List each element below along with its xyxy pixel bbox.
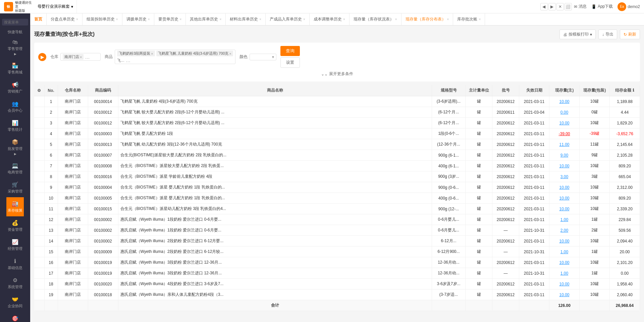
- tab-close-xianzai1[interactable]: ×: [395, 17, 397, 21]
- cell-stock-main[interactable]: 10.00: [549, 279, 580, 289]
- cell-balance: 2,060.40: [610, 289, 640, 300]
- goods-tag-1-label: 飞鹤奶粉3段两提装: [119, 51, 150, 56]
- query-button[interactable]: 查询: [280, 46, 300, 56]
- sidebar-item-marketing[interactable]: 📢 营销推广: [6, 78, 24, 97]
- tab-close-xianzai2[interactable]: ×: [447, 17, 449, 21]
- settings-button[interactable]: 设置: [280, 57, 300, 68]
- goods-ellipsis[interactable]: …: [126, 58, 130, 63]
- cell-stock-main[interactable]: -39.00: [549, 128, 580, 139]
- cell-stock-main[interactable]: 0.00: [549, 107, 580, 118]
- cell-name: 合生元（BIOSTIME）派星 婴儿配方奶粉 1段 乳铁蛋白的...: [118, 193, 432, 204]
- tab-close-cailiao[interactable]: ×: [259, 17, 261, 21]
- tab-close-yaohuo[interactable]: ×: [180, 17, 182, 21]
- tab-qitachu[interactable]: 其他出库单历史×: [186, 13, 226, 25]
- cell-stock-pack: 11罐: [580, 139, 610, 150]
- cell-stock-main[interactable]: 10.00: [549, 289, 580, 300]
- refresh-button[interactable]: ↻ 刷新: [620, 30, 640, 39]
- warehouse-tag-input[interactable]: 南岸门店 × …: [60, 53, 101, 61]
- tab-next-button[interactable]: ▶: [548, 3, 556, 10]
- goods-tag-2-remove[interactable]: ×: [229, 52, 231, 56]
- tab-yaohuo[interactable]: 要货单历史×: [154, 13, 186, 25]
- tab-close-zuhe[interactable]: ×: [116, 17, 118, 21]
- tab-chanpin[interactable]: 产成品入库单历史×: [266, 13, 310, 25]
- sidebar-arrow-retail-mgmt: ▶: [14, 52, 16, 56]
- tab-close-pici[interactable]: ×: [479, 17, 481, 21]
- warehouse-tag-remove[interactable]: ×: [80, 55, 82, 59]
- filter-expand-button[interactable]: ▶: [38, 53, 46, 61]
- cell-batch: 20200612: [492, 182, 519, 193]
- tab-home[interactable]: 首页: [30, 13, 47, 25]
- cell-stock-main[interactable]: 10.00: [549, 257, 580, 268]
- tab-zuhe[interactable]: 组装拆卸单历史×: [83, 13, 122, 25]
- tab-xianzai1[interactable]: 现存量（库存状况表）×: [350, 13, 401, 25]
- cell-stock-main[interactable]: 10.00: [549, 118, 580, 128]
- color-dropdown-icon: ▾: [272, 55, 274, 59]
- sidebar-item-ecommerce[interactable]: 💻 电商管理: [6, 159, 24, 178]
- tab-close-tiaopo[interactable]: ×: [148, 17, 150, 21]
- tab-chengben[interactable]: 成本调整单历史×: [310, 13, 350, 25]
- sidebar-item-enterprise[interactable]: 🤝 企业协同: [6, 293, 24, 312]
- sidebar-item-purchase[interactable]: 🛒 采购管理: [6, 178, 24, 197]
- tab-close-qitachu[interactable]: ×: [219, 17, 221, 21]
- cell-stock-main[interactable]: 3.00: [549, 171, 580, 182]
- app-download-button[interactable]: 📱 App下载: [591, 4, 613, 9]
- sidebar-item-finance[interactable]: 💰 资金管理: [6, 216, 24, 235]
- cell-stock-pack: 9罐: [580, 150, 610, 161]
- cell-stock-main[interactable]: 2.00: [549, 225, 580, 236]
- tab-cailiao[interactable]: 材料出库单历史×: [226, 13, 266, 25]
- table-row: 8 南岸门店 00100016 合生元（BIOSTIME）派星 学龄前儿童配方奶…: [34, 171, 640, 182]
- tab-close-chanpin[interactable]: ×: [303, 17, 305, 21]
- tab-close-button[interactable]: ✕: [556, 3, 564, 10]
- cell-stock-main[interactable]: 11.00: [549, 139, 580, 150]
- tab-close-fenbi[interactable]: ×: [76, 17, 78, 21]
- cell-stock-main[interactable]: 1.00: [549, 247, 580, 257]
- tab-fenbi[interactable]: 分盘点单历史×: [47, 13, 83, 25]
- tab-pici[interactable]: 库存批次账×: [453, 13, 485, 25]
- cell-stock-pack: 1罐: [580, 214, 610, 225]
- goods-tag-1-remove[interactable]: ×: [151, 52, 153, 56]
- sidebar-item-basic[interactable]: ℹ 基础信息: [6, 255, 24, 274]
- user-menu[interactable]: Ea demo2: [618, 2, 640, 11]
- cell-stock-main[interactable]: 10.00: [549, 96, 580, 107]
- cell-balance: -3,652.76: [610, 128, 640, 139]
- sidebar-item-stats[interactable]: 📊 零售统计: [6, 116, 24, 136]
- sidebar-item-member[interactable]: 👥 会员中心: [6, 97, 24, 116]
- tab-close-chengben[interactable]: ×: [343, 17, 345, 21]
- sidebar-item-inventory[interactable]: 🏭 库存核算: [6, 197, 24, 216]
- cell-stock-main[interactable]: 9.00: [549, 150, 580, 161]
- tab-maximize-button[interactable]: ⬜: [565, 3, 572, 10]
- cell-check: [34, 171, 44, 182]
- cell-balance: 229.84: [610, 214, 640, 225]
- tab-prev-button[interactable]: ◀: [540, 3, 548, 10]
- cell-stock-main[interactable]: 10.00: [549, 193, 580, 204]
- cell-stock-main[interactable]: 10.00: [549, 182, 580, 193]
- cell-stock-main[interactable]: 10.00: [549, 236, 580, 247]
- cell-no: 10: [44, 193, 58, 204]
- sidebar-item-business[interactable]: 📈 经营管理: [6, 235, 24, 255]
- goods-tag-input[interactable]: 飞鹤奶粉3段两提装 × 飞鹤星飞帆 儿童奶粉 4段(3-6岁适用) 700克 ×…: [115, 50, 235, 64]
- print-button[interactable]: 🖨 按模板打印 ▾: [559, 30, 596, 39]
- sidebar-item-guide[interactable]: 🎯 新手引导: [6, 312, 24, 322]
- cell-stock-main[interactable]: 10.00: [549, 161, 580, 171]
- cell-stock-main[interactable]: 1.00: [549, 214, 580, 225]
- cell-stock-main[interactable]: 10.00: [549, 204, 580, 214]
- cell-expire: 2021-03-11: [519, 289, 549, 300]
- sidebar-item-retail-shop[interactable]: 🏪 零售商城: [6, 59, 24, 78]
- cell-stock-main[interactable]: 1.00: [549, 268, 580, 279]
- cell-unit: 罐: [466, 236, 492, 247]
- message-button[interactable]: ✉ 消息: [574, 4, 587, 9]
- expand-more-button[interactable]: ⌄⌄ 展开更多条件: [38, 70, 636, 78]
- export-button[interactable]: ↓ 导出: [598, 30, 617, 39]
- sidebar-item-system[interactable]: ⚙ 系统管理: [6, 274, 24, 293]
- color-input[interactable]: ▾: [250, 54, 276, 60]
- sidebar-label-basic: 基础信息: [8, 265, 22, 270]
- account-dropdown[interactable]: 母婴行业演示账套 ▾: [34, 0, 77, 13]
- sidebar-item-retail-mgmt[interactable]: 🛍 零售管理 ▶: [6, 36, 24, 59]
- cell-unit: 罐: [466, 204, 492, 214]
- search-input[interactable]: [2, 19, 28, 25]
- tab-tiaopo[interactable]: 调拨单历史×: [122, 13, 154, 25]
- tab-xianzai2[interactable]: 现存量（库存分布表）×: [401, 13, 453, 25]
- sidebar-item-wholesale[interactable]: 📦 批发管理 ▶: [6, 136, 24, 159]
- warehouse-ellipsis[interactable]: …: [85, 54, 90, 60]
- settings-gear-icon[interactable]: ⚙: [37, 88, 41, 93]
